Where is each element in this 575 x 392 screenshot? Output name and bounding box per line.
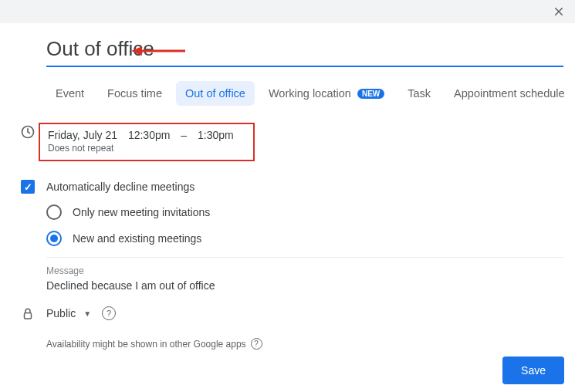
save-button[interactable]: Save bbox=[502, 357, 564, 384]
start-time: 12:30pm bbox=[128, 129, 170, 141]
new-badge: NEW bbox=[357, 89, 384, 99]
radio-circle-icon bbox=[46, 231, 62, 246]
svg-rect-3 bbox=[25, 313, 32, 319]
event-title-input[interactable] bbox=[46, 37, 563, 67]
tab-out-of-office[interactable]: Out of office bbox=[176, 81, 255, 106]
close-icon bbox=[552, 5, 566, 19]
radio-only-new[interactable]: Only new meeting invitations bbox=[46, 204, 566, 220]
chevron-down-icon: ▼ bbox=[83, 309, 91, 318]
clock-icon bbox=[20, 124, 36, 140]
radio-new-and-existing-label: New and existing meetings bbox=[73, 232, 201, 245]
auto-decline-checkbox[interactable]: ✓ bbox=[21, 180, 35, 194]
radio-new-and-existing[interactable]: New and existing meetings bbox=[46, 231, 566, 246]
tab-event[interactable]: Event bbox=[46, 81, 93, 106]
message-label: Message bbox=[46, 265, 566, 276]
auto-decline-label: Automatically decline meetings bbox=[46, 181, 194, 193]
end-time: 1:30pm bbox=[198, 129, 234, 141]
event-type-tabs: Event Focus time Out of office Working l… bbox=[46, 81, 566, 106]
tab-working-location-label: Working location bbox=[269, 87, 351, 100]
time-dash: – bbox=[181, 129, 187, 141]
dialog-topbar bbox=[0, 0, 575, 23]
visibility-value: Public bbox=[46, 307, 76, 319]
decline-message-block[interactable]: Message Declined because I am out of off… bbox=[46, 265, 566, 292]
checkmark-icon: ✓ bbox=[24, 181, 32, 193]
tab-task[interactable]: Task bbox=[398, 81, 440, 106]
close-button[interactable] bbox=[552, 5, 566, 19]
divider bbox=[46, 257, 563, 258]
date-value: Friday, July 21 bbox=[48, 129, 117, 141]
datetime-highlight-box: Friday, July 21 12:30pm – 1:30pm Does no… bbox=[39, 123, 255, 161]
radio-only-new-label: Only new meeting invitations bbox=[73, 206, 210, 218]
datetime-row[interactable]: Friday, July 21 12:30pm – 1:30pm bbox=[48, 129, 245, 141]
tab-working-location[interactable]: Working location NEW bbox=[259, 81, 394, 106]
availability-note-text: Availability might be shown in other Goo… bbox=[46, 339, 246, 350]
auto-decline-checkbox-row[interactable]: ✓ Automatically decline meetings bbox=[9, 180, 566, 194]
tab-appointment-schedule[interactable]: Appointment schedule bbox=[445, 81, 574, 106]
repeat-value[interactable]: Does not repeat bbox=[48, 143, 245, 154]
message-text: Declined because I am out of office bbox=[46, 279, 566, 292]
availability-note-row: Availability might be shown in other Goo… bbox=[46, 338, 566, 350]
visibility-help-icon[interactable]: ? bbox=[102, 306, 116, 320]
radio-circle-icon bbox=[46, 204, 62, 220]
tab-focus-time[interactable]: Focus time bbox=[98, 81, 171, 106]
decline-radio-group: Only new meeting invitations New and exi… bbox=[46, 204, 566, 246]
lock-icon bbox=[21, 307, 35, 321]
visibility-select[interactable]: Public ▼ bbox=[46, 307, 91, 319]
availability-help-icon[interactable]: ? bbox=[251, 338, 262, 350]
